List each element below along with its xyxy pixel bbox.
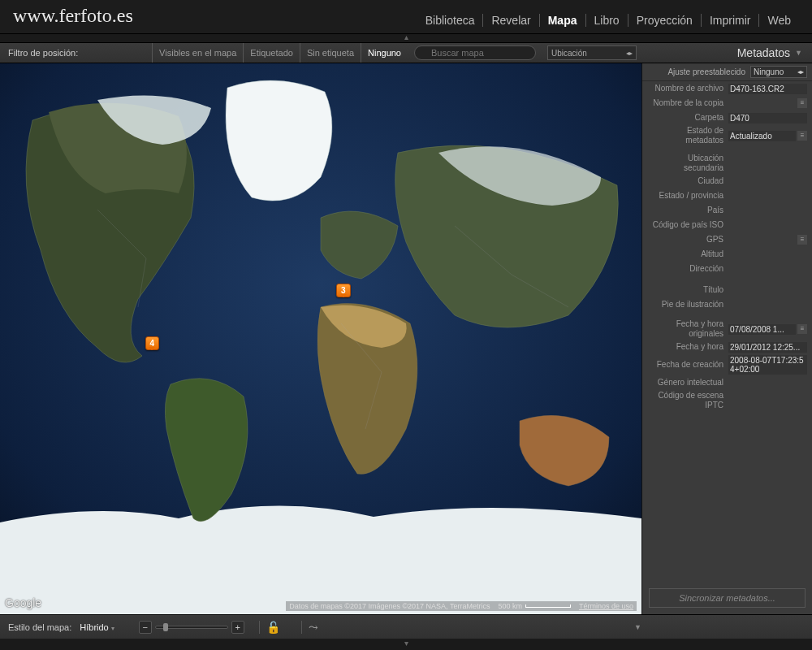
map-style-dropdown[interactable]: Híbrido ▾ — [80, 622, 114, 632]
chevron-down-icon: ▼ — [795, 49, 802, 57]
map-search-input[interactable] — [414, 46, 536, 60]
metadata-key: País — [647, 206, 728, 215]
metadata-key: Título — [647, 285, 728, 295]
metadata-key: Ubicación secundaria — [647, 154, 728, 173]
scale-bar-icon — [525, 604, 571, 608]
zoom-out-button[interactable]: − — [139, 621, 152, 634]
world-map — [0, 63, 641, 614]
preset-label: Ajuste preestablecido — [647, 67, 750, 76]
metadata-row: Altitud — [642, 247, 812, 262]
bottom-toolbar: Estilo del mapa: Híbrido ▾ − + 🔓 ⤳ ▼ — [0, 614, 812, 639]
metadata-key: Fecha y hora originales — [647, 319, 728, 339]
filter-tab[interactable]: Visibles en el mapa — [152, 43, 243, 63]
map-pin[interactable]: 3 — [336, 284, 351, 297]
metadata-value[interactable] — [728, 210, 807, 211]
metadata-key: GPS — [647, 235, 728, 245]
chevron-down-icon[interactable]: ▼ — [634, 623, 641, 631]
watermark-text: www.ferfoto.es — [13, 5, 133, 27]
zoom-slider[interactable] — [155, 626, 228, 629]
metadata-action-icon[interactable]: ≡ — [797, 324, 807, 334]
metadata-value[interactable]: 29/01/2012 12:25... — [728, 342, 807, 353]
metadata-value[interactable] — [728, 400, 807, 401]
filter-tab[interactable]: Etiquetado — [243, 43, 300, 63]
metadata-value[interactable]: 07/08/2008 1... — [728, 324, 796, 335]
metadata-key: Pie de ilustración — [647, 300, 728, 310]
module-revelar[interactable]: Revelar — [483, 14, 539, 27]
metadata-row: CarpetaD470 — [642, 110, 812, 125]
zoom-control: − + — [139, 621, 244, 634]
sync-metadata-button[interactable]: Sincronizar metadatos... — [649, 588, 806, 608]
filter-label: Filtro de posición: — [0, 48, 86, 58]
metadata-row: Estado de metadatosActualizado≡ — [642, 125, 812, 146]
metadata-row: Título — [642, 283, 812, 297]
metadata-action-icon[interactable]: ≡ — [797, 235, 807, 245]
metadata-row: Género intelectual — [642, 375, 812, 390]
module-picker: BibliotecaRevelarMapaLibroProyecciónImpr… — [417, 14, 799, 27]
zoom-in-button[interactable]: + — [231, 621, 244, 634]
metadata-action-icon[interactable]: ≡ — [797, 131, 807, 141]
location-dropdown[interactable]: Ubicación◂▸ — [547, 46, 637, 60]
metadata-row: GPS≡ — [642, 232, 812, 247]
module-biblioteca[interactable]: Biblioteca — [417, 14, 484, 27]
map-terms-link[interactable]: Términos de uso — [579, 602, 633, 610]
metadata-row: Ciudad — [642, 174, 812, 188]
metadata-panel: Ajuste preestablecido Ninguno◂▸ Nombre d… — [641, 63, 812, 614]
metadata-value[interactable]: Actualizado — [728, 131, 796, 141]
metadata-value[interactable] — [728, 304, 807, 306]
collapse-bottom-handle[interactable]: ▾ — [0, 639, 812, 650]
lock-icon[interactable]: 🔓 — [259, 621, 287, 634]
metadata-panel-header[interactable]: Metadatos ▼ — [641, 46, 812, 59]
metadata-value[interactable]: D470 — [728, 113, 807, 124]
metadata-row: Ubicación secundaria — [642, 153, 812, 174]
metadata-row: Código de escena IPTC — [642, 390, 812, 411]
metadata-value[interactable] — [728, 268, 807, 270]
preset-dropdown[interactable]: Ninguno◂▸ — [750, 66, 807, 78]
tracklog-icon[interactable]: ⤳ — [301, 621, 325, 634]
metadata-value[interactable] — [728, 162, 807, 164]
metadata-value[interactable]: D470-163.CR2 — [728, 84, 807, 94]
metadata-value[interactable] — [728, 195, 807, 197]
metadata-key: Estado / provincia — [647, 191, 728, 201]
metadata-key: Género intelectual — [647, 378, 728, 388]
metadata-row: Estado / provincia — [642, 188, 812, 203]
metadata-value[interactable] — [728, 180, 807, 182]
metadata-key: Ciudad — [647, 176, 728, 186]
metadata-key: Carpeta — [647, 113, 728, 123]
metadata-row: País — [642, 203, 812, 218]
metadata-row: Fecha de creación2008-08-07T17:23:54+02:… — [642, 354, 812, 375]
map-canvas[interactable]: 43 Google Datos de mapas ©2017 Imágenes … — [0, 63, 641, 614]
metadata-key: Dirección — [647, 264, 728, 274]
metadata-key: Fecha y hora — [647, 342, 728, 352]
metadata-key: Estado de metadatos — [647, 126, 728, 145]
metadata-key: Altitud — [647, 249, 728, 259]
filter-tab[interactable]: Sin etiqueta — [300, 43, 361, 63]
metadata-value[interactable] — [728, 224, 807, 226]
module-imprimir[interactable]: Imprimir — [702, 14, 760, 27]
metadata-key: Nombre de la copia — [647, 98, 728, 108]
top-bar: www.ferfoto.es BibliotecaRevelarMapaLibr… — [0, 0, 812, 34]
metadata-key: Código de país ISO — [647, 220, 728, 230]
metadata-row: Fecha y hora29/01/2012 12:25... — [642, 340, 812, 354]
module-libro[interactable]: Libro — [586, 14, 628, 27]
metadata-value[interactable] — [728, 239, 796, 240]
map-provider-logo: Google — [5, 596, 41, 609]
module-proyección[interactable]: Proyección — [628, 14, 702, 27]
map-attribution-bar: Datos de mapas ©2017 Imágenes ©2017 NASA… — [286, 601, 637, 611]
map-pin[interactable]: 4 — [145, 336, 160, 350]
metadata-value[interactable]: 2008-08-07T17:23:54+02:00 — [728, 355, 807, 375]
metadata-row: Nombre de la copia≡ — [642, 96, 812, 110]
metadata-action-icon[interactable]: ≡ — [797, 98, 807, 108]
metadata-value[interactable] — [728, 382, 807, 384]
metadata-row: Dirección — [642, 262, 812, 276]
metadata-row: Código de país ISO — [642, 218, 812, 232]
metadata-value[interactable] — [728, 102, 796, 104]
collapse-top-handle[interactable]: ▴ — [0, 34, 812, 42]
metadata-key: Código de escena IPTC — [647, 391, 728, 410]
module-mapa[interactable]: Mapa — [540, 14, 586, 27]
metadata-value[interactable] — [728, 289, 807, 291]
module-web[interactable]: Web — [759, 14, 799, 27]
filter-tab[interactable]: Ninguno — [361, 43, 408, 63]
metadata-key: Nombre de archivo — [647, 84, 728, 93]
map-style-label: Estilo del mapa: — [8, 622, 71, 632]
metadata-value[interactable] — [728, 254, 807, 255]
